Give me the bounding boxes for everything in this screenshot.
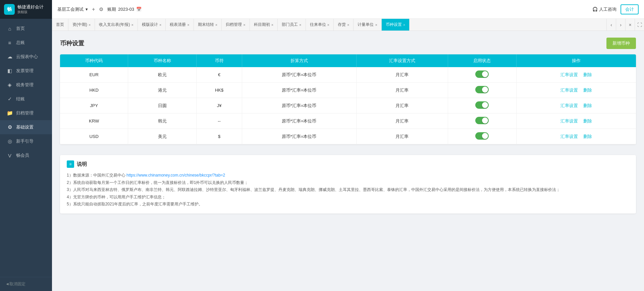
tab-close-bs[interactable]: × bbox=[89, 23, 91, 27]
sidebar-item-member[interactable]: V 畅会员 bbox=[0, 148, 52, 162]
guide-icon: ◎ bbox=[7, 138, 13, 144]
tab-income[interactable]: 收入支出表(年报) × bbox=[95, 19, 138, 31]
col-header-status: 启用状态 bbox=[448, 54, 516, 67]
sidebar-item-settlement[interactable]: ✓ 结账 bbox=[0, 92, 52, 106]
tab-inventory[interactable]: 存货 × bbox=[334, 19, 354, 31]
status-toggle[interactable] bbox=[475, 101, 489, 109]
period-label: 账期 bbox=[107, 6, 116, 12]
tab-archive[interactable]: 归档管理 × bbox=[222, 19, 250, 31]
delete-link[interactable]: 删除 bbox=[583, 103, 592, 108]
cell-code: USD bbox=[60, 129, 128, 144]
tab-unit[interactable]: 计量单位 × bbox=[354, 19, 381, 31]
service-btn[interactable]: 🎧 人工咨询 bbox=[592, 6, 616, 12]
tab-label-dept: 部门员工 bbox=[282, 22, 298, 28]
tab-home[interactable]: 首页 bbox=[52, 19, 68, 31]
calendar-icon[interactable]: 📅 bbox=[136, 7, 142, 12]
cell-code: JPY bbox=[60, 98, 128, 113]
status-toggle[interactable] bbox=[475, 132, 489, 140]
cell-rate-type: 月汇率 bbox=[356, 67, 448, 83]
tab-close-subject[interactable]: × bbox=[271, 23, 273, 27]
unpin-btn[interactable]: ◄取消固定 bbox=[0, 277, 52, 291]
cell-conversion: 原币*汇率=本位币 bbox=[242, 98, 356, 113]
sidebar-label-member: 畅会员 bbox=[16, 152, 29, 158]
tab-subject[interactable]: 科目期初 × bbox=[250, 19, 278, 31]
status-toggle[interactable] bbox=[475, 86, 489, 93]
tab-currency[interactable]: 币种设置 × bbox=[382, 19, 410, 31]
tab-close-unit[interactable]: × bbox=[375, 23, 377, 27]
sidebar-label-reports: 云报表中心 bbox=[16, 54, 38, 60]
rate-setting-link[interactable]: 汇率设置 bbox=[560, 118, 578, 124]
cell-rate-type: 月汇率 bbox=[356, 98, 448, 113]
status-toggle[interactable] bbox=[475, 70, 489, 78]
rate-setting-link[interactable]: 汇率设置 bbox=[560, 88, 578, 93]
tab-close-inventory[interactable]: × bbox=[347, 23, 349, 27]
tab-close-period-end[interactable]: × bbox=[215, 23, 217, 27]
unpin-label: ◄取消固定 bbox=[5, 281, 25, 287]
rate-setting-link[interactable]: 汇率设置 bbox=[560, 72, 578, 77]
cell-status bbox=[448, 83, 516, 98]
col-header-code: 币种代码 bbox=[60, 54, 128, 67]
cell-action: 汇率设置删除 bbox=[516, 113, 636, 129]
sidebar-item-guide[interactable]: ◎ 新手引导 bbox=[0, 134, 52, 148]
sidebar-item-archive[interactable]: 📁 归档管理 bbox=[0, 106, 52, 120]
invoice-icon: ◧ bbox=[7, 68, 13, 74]
tab-bs[interactable]: 资(中期) × bbox=[68, 19, 95, 31]
table-row: HKD港元HK$原币*汇率=本位币月汇率汇率设置删除 bbox=[60, 83, 636, 98]
tab-label-bs: 资(中期) bbox=[72, 22, 87, 28]
project-selector[interactable]: 基层工会测试 ▾ bbox=[57, 6, 88, 12]
sidebar-label-archive: 归档管理 bbox=[16, 110, 34, 116]
tab-label-taxclear: 税表清册 bbox=[170, 22, 186, 28]
cell-name: 港元 bbox=[128, 83, 197, 98]
status-toggle[interactable] bbox=[475, 117, 489, 124]
cell-action: 汇率设置删除 bbox=[516, 129, 636, 144]
cell-conversion: 原币*汇率=本位币 bbox=[242, 67, 356, 83]
col-header-rate-type: 汇率设置方式 bbox=[356, 54, 448, 67]
tab-period-end[interactable]: 期末结转 × bbox=[194, 19, 222, 31]
delete-link[interactable]: 删除 bbox=[583, 88, 592, 93]
notes-item: 4）无官方牌价的币种，可以用用户手工维护汇率信息； bbox=[67, 194, 629, 201]
tab-close-income[interactable]: × bbox=[131, 23, 133, 27]
tab-close-taxclear[interactable]: × bbox=[187, 23, 189, 27]
tab-label-unit: 计量单位 bbox=[358, 22, 374, 28]
sidebar-item-tax[interactable]: ◈ 税务管理 bbox=[0, 78, 52, 92]
delete-link[interactable]: 删除 bbox=[583, 72, 592, 77]
tab-label-currency: 币种设置 bbox=[386, 22, 402, 28]
project-settings-icon[interactable]: ⚙ bbox=[99, 6, 103, 12]
account-button[interactable]: 会计 bbox=[621, 4, 639, 14]
tab-close-archive[interactable]: × bbox=[243, 23, 245, 27]
page-title: 币种设置 bbox=[60, 39, 84, 47]
new-currency-btn[interactable]: 新增币种 bbox=[606, 38, 636, 49]
delete-link[interactable]: 删除 bbox=[583, 134, 592, 139]
tab-template[interactable]: 模版设计 × bbox=[138, 19, 166, 31]
add-tab-btn[interactable]: + bbox=[92, 6, 95, 12]
tab-close-currency[interactable]: × bbox=[403, 23, 405, 27]
sidebar-item-invoice[interactable]: ◧ 发票管理 bbox=[0, 64, 52, 78]
delete-link[interactable]: 删除 bbox=[583, 118, 592, 124]
sidebar-item-home[interactable]: ⌂ 首页 bbox=[0, 21, 52, 36]
notes-heading: 说明 bbox=[77, 161, 87, 167]
table-header-row: 币种代码 币种名称 币符 折算方式 汇率设置方式 启用状态 操作 bbox=[60, 54, 636, 67]
tab-prev-btn[interactable]: ‹ bbox=[606, 19, 616, 31]
tab-maximize-btn[interactable]: ⛶ bbox=[635, 19, 644, 31]
tab-close-dept[interactable]: × bbox=[299, 23, 301, 27]
topbar: 基层工会测试 ▾ + ⚙ 账期 2023-03 📅 🎧 人工咨询 会计 bbox=[52, 0, 644, 19]
tab-taxclear[interactable]: 税表清册 × bbox=[166, 19, 194, 31]
notes-item: 2）系统自动获取每月第一个工作日的汇率标价，统一为直接标价法，即1外币可以兑换的… bbox=[67, 179, 629, 187]
cell-name: 韩元 bbox=[128, 113, 197, 129]
notes-link[interactable]: https://www.chinamoney.com.cn/chinese/bk… bbox=[126, 173, 225, 178]
sidebar-item-settings[interactable]: ⚙ 基础设置 bbox=[0, 120, 52, 134]
tab-partner[interactable]: 往来单位 × bbox=[306, 19, 334, 31]
sidebar-item-ledger[interactable]: ≡ 总账 bbox=[0, 36, 52, 50]
tab-close-all-btn[interactable]: × bbox=[625, 19, 635, 31]
logo: 畅 畅捷通好会计 旗舰版 bbox=[0, 0, 52, 19]
rate-setting-link[interactable]: 汇率设置 bbox=[560, 134, 578, 139]
tab-close-template[interactable]: × bbox=[159, 23, 161, 27]
tab-close-partner[interactable]: × bbox=[327, 23, 329, 27]
rate-setting-link[interactable]: 汇率设置 bbox=[560, 103, 578, 108]
sidebar-nav: ⌂ 首页 ≡ 总账 ☁ 云报表中心 ◧ 发票管理 ◈ 税务管理 ✓ 结账 📁 归… bbox=[0, 19, 52, 277]
tab-next-btn[interactable]: › bbox=[616, 19, 625, 31]
sidebar-item-reports[interactable]: ☁ 云报表中心 bbox=[0, 50, 52, 64]
content-area: 币种设置 新增币种 币种代码 币种名称 币符 折算方式 汇率设置方式 启用状态 … bbox=[52, 31, 644, 291]
cell-code: KRW bbox=[60, 113, 128, 129]
tab-dept[interactable]: 部门员工 × bbox=[278, 19, 306, 31]
